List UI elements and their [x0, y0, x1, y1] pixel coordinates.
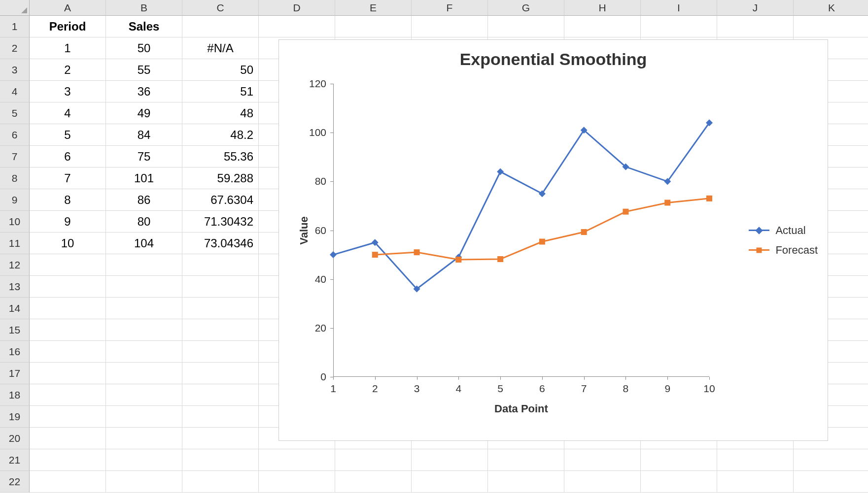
cell-B5[interactable]: 49 [106, 102, 182, 124]
cell-A1[interactable]: Period [30, 16, 106, 37]
row-header-22[interactable]: 22 [0, 471, 30, 493]
cell-C8[interactable]: 59.288 [182, 167, 259, 189]
cell-A2[interactable]: 1 [30, 37, 106, 59]
cell-B6[interactable]: 84 [106, 124, 182, 146]
cell-A18[interactable] [30, 384, 106, 406]
cell-A9[interactable]: 8 [30, 189, 106, 211]
cell-B10[interactable]: 80 [106, 211, 182, 233]
cell-J21[interactable] [717, 449, 794, 471]
cell-C3[interactable]: 50 [182, 59, 259, 81]
cell-C9[interactable]: 67.6304 [182, 189, 259, 211]
cell-C17[interactable] [182, 363, 259, 384]
cell-H21[interactable] [564, 449, 641, 471]
row-header-5[interactable]: 5 [0, 102, 30, 124]
cell-C1[interactable] [182, 16, 259, 37]
cell-C16[interactable] [182, 341, 259, 363]
row-header-17[interactable]: 17 [0, 363, 30, 384]
row-header-20[interactable]: 20 [0, 428, 30, 449]
col-header-G[interactable]: G [488, 0, 564, 16]
cell-F22[interactable] [412, 471, 488, 493]
cell-B22[interactable] [106, 471, 182, 493]
cell-A10[interactable]: 9 [30, 211, 106, 233]
cell-H1[interactable] [564, 16, 641, 37]
cell-H22[interactable] [564, 471, 641, 493]
col-header-A[interactable]: A [30, 0, 106, 16]
cell-C14[interactable] [182, 298, 259, 319]
cell-G1[interactable] [488, 16, 564, 37]
cell-A16[interactable] [30, 341, 106, 363]
cell-E22[interactable] [335, 471, 412, 493]
cell-B13[interactable] [106, 276, 182, 298]
col-header-B[interactable]: B [106, 0, 182, 16]
row-header-19[interactable]: 19 [0, 406, 30, 428]
cell-D1[interactable] [259, 16, 335, 37]
cell-B17[interactable] [106, 363, 182, 384]
row-header-15[interactable]: 15 [0, 319, 30, 341]
cell-A5[interactable]: 4 [30, 102, 106, 124]
cell-C5[interactable]: 48 [182, 102, 259, 124]
col-header-E[interactable]: E [335, 0, 412, 16]
cell-A13[interactable] [30, 276, 106, 298]
cell-A8[interactable]: 7 [30, 167, 106, 189]
cell-G21[interactable] [488, 449, 564, 471]
cell-A19[interactable] [30, 406, 106, 428]
cell-B21[interactable] [106, 449, 182, 471]
col-header-H[interactable]: H [564, 0, 641, 16]
cell-I1[interactable] [641, 16, 717, 37]
cell-I22[interactable] [641, 471, 717, 493]
cell-F1[interactable] [412, 16, 488, 37]
cell-J22[interactable] [717, 471, 794, 493]
row-header-9[interactable]: 9 [0, 189, 30, 211]
cell-C13[interactable] [182, 276, 259, 298]
cell-B3[interactable]: 55 [106, 59, 182, 81]
cell-A6[interactable]: 5 [30, 124, 106, 146]
cell-B9[interactable]: 86 [106, 189, 182, 211]
cell-B1[interactable]: Sales [106, 16, 182, 37]
cell-D22[interactable] [259, 471, 335, 493]
row-header-10[interactable]: 10 [0, 211, 30, 233]
cell-C4[interactable]: 51 [182, 81, 259, 102]
row-header-3[interactable]: 3 [0, 59, 30, 81]
cell-A21[interactable] [30, 449, 106, 471]
cell-G22[interactable] [488, 471, 564, 493]
row-header-16[interactable]: 16 [0, 341, 30, 363]
row-header-11[interactable]: 11 [0, 233, 30, 254]
cell-E1[interactable] [335, 16, 412, 37]
cell-C10[interactable]: 71.30432 [182, 211, 259, 233]
cell-B8[interactable]: 101 [106, 167, 182, 189]
row-header-8[interactable]: 8 [0, 167, 30, 189]
col-header-K[interactable]: K [794, 0, 868, 16]
cell-A17[interactable] [30, 363, 106, 384]
cell-B18[interactable] [106, 384, 182, 406]
cell-B4[interactable]: 36 [106, 81, 182, 102]
cell-A15[interactable] [30, 319, 106, 341]
cell-C20[interactable] [182, 428, 259, 449]
cell-A12[interactable] [30, 254, 106, 276]
cell-C19[interactable] [182, 406, 259, 428]
cell-I21[interactable] [641, 449, 717, 471]
cell-A14[interactable] [30, 298, 106, 319]
cell-B16[interactable] [106, 341, 182, 363]
cell-C22[interactable] [182, 471, 259, 493]
cell-B2[interactable]: 50 [106, 37, 182, 59]
cell-C12[interactable] [182, 254, 259, 276]
row-header-21[interactable]: 21 [0, 449, 30, 471]
cell-J1[interactable] [717, 16, 794, 37]
cell-B7[interactable]: 75 [106, 146, 182, 167]
col-header-J[interactable]: J [717, 0, 794, 16]
cell-F21[interactable] [412, 449, 488, 471]
cell-E21[interactable] [335, 449, 412, 471]
cell-A4[interactable]: 3 [30, 81, 106, 102]
cell-C11[interactable]: 73.04346 [182, 233, 259, 254]
cell-A20[interactable] [30, 428, 106, 449]
select-all-corner[interactable] [0, 0, 30, 16]
cell-B20[interactable] [106, 428, 182, 449]
cell-B12[interactable] [106, 254, 182, 276]
cell-A22[interactable] [30, 471, 106, 493]
row-header-18[interactable]: 18 [0, 384, 30, 406]
cell-B19[interactable] [106, 406, 182, 428]
cell-C18[interactable] [182, 384, 259, 406]
cell-K22[interactable] [794, 471, 868, 493]
cell-C15[interactable] [182, 319, 259, 341]
cell-B14[interactable] [106, 298, 182, 319]
